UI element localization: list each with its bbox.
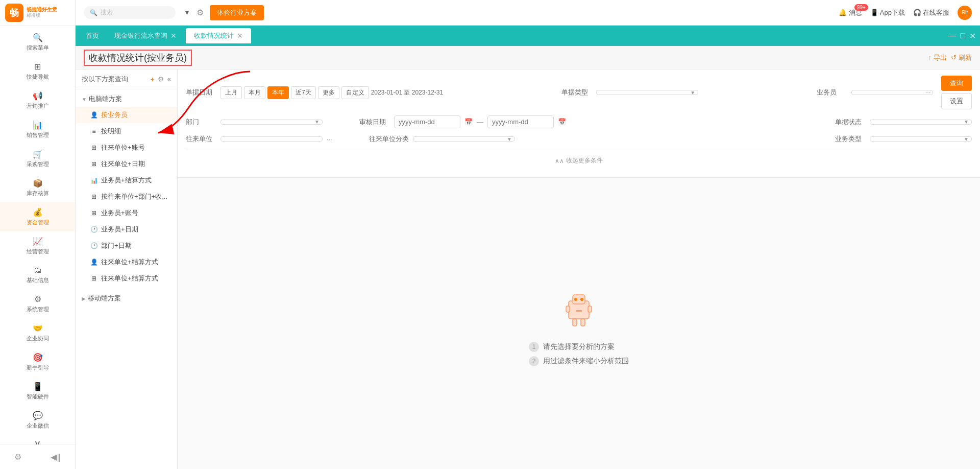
user-avatar[interactable]: Rit (958, 6, 972, 20)
custom-btn[interactable]: 自定义 (341, 86, 369, 99)
tab-home[interactable]: 首页 (80, 28, 105, 43)
scheme-collapse-btn[interactable]: « (167, 75, 171, 83)
window-close[interactable]: ✕ (969, 31, 976, 41)
topbar-search[interactable]: 🔍 搜索 (84, 6, 176, 19)
left-panel-header: 按以下方案查询 + ⚙ « (76, 69, 177, 89)
tab-close-bank[interactable]: ✕ (170, 32, 177, 40)
this-month-btn[interactable]: 本月 (244, 86, 265, 99)
tab-receipt[interactable]: 收款情况统计 ✕ (186, 28, 251, 43)
footer-settings-btn[interactable]: ⚙ (10, 450, 26, 464)
sidebar-footer: ⚙ ◀‖ (0, 444, 75, 469)
salesperson-select[interactable] (851, 90, 933, 95)
sidebar-item-sales[interactable]: 📊 销售管理 (0, 115, 75, 144)
last7-btn[interactable]: 近7天 (291, 86, 316, 99)
refresh-icon: ↺ (951, 54, 957, 61)
content-area: 按以下方案查询 + ⚙ « ▼ 电脑端方案 👤 按业务员 ≡ 按 (76, 69, 980, 469)
person-icon: 👤 (90, 111, 98, 119)
page-title: 收款情况统计(按业务员) (89, 53, 187, 63)
scheme-item-unit-settlement2[interactable]: ⊞ 往来单位+结算方式 (76, 270, 177, 287)
empty-step-2: 2 用过滤条件来缩小分析范围 (529, 356, 629, 366)
tab-bank[interactable]: 现金银行流水查询 ✕ (106, 28, 185, 43)
sidebar-item-quicknav[interactable]: ⊞ 快捷导航 (0, 57, 75, 86)
audit-date-from[interactable] (394, 115, 460, 128)
marketing-icon: 📢 (33, 91, 43, 101)
scheme-item-salesperson-account[interactable]: ⊞ 业务员+账号 (76, 205, 177, 221)
sidebar-item-basic[interactable]: 🗂 基础信息 (0, 261, 75, 289)
mobile-scheme-title[interactable]: ▶ 移动端方案 (76, 291, 177, 306)
scheme-item-dept-date[interactable]: 🕐 部门+日期 (76, 238, 177, 254)
svg-rect-4 (576, 310, 582, 312)
calendar-icon[interactable]: 📅 (464, 118, 473, 126)
topbar-gear-icon[interactable]: ⚙ (197, 8, 204, 17)
arrow-right-icon: ▶ (82, 296, 86, 301)
scheme-item-by-detail[interactable]: ≡ 按明细 (76, 123, 177, 139)
scheme-item-salesperson-date[interactable]: 🕐 业务员+日期 (76, 221, 177, 238)
notification-area[interactable]: 🔔 消息 99+ (839, 8, 862, 17)
footer-collapse-btn[interactable]: ◀‖ (46, 450, 65, 464)
settings-btn[interactable]: 设置 (941, 93, 972, 109)
voucher-status-select-wrapper: ▼ (870, 120, 972, 125)
calendar2-icon[interactable]: 📅 (558, 118, 566, 126)
collapse-row: ∧∧ 收起更多条件 (186, 150, 972, 171)
desktop-schemes: ▼ 电脑端方案 👤 按业务员 ≡ 按明细 ⊞ 往来单位+账号 ⊞ 往来单位 (76, 89, 177, 289)
voucher-status-select[interactable] (870, 120, 972, 125)
sidebar-item-inventory[interactable]: 📦 库存核算 (0, 173, 75, 202)
topbar-dropdown[interactable]: ▼ (184, 9, 190, 16)
sidebar-item-guide[interactable]: 🎯 新手引导 (0, 347, 75, 377)
query-btn[interactable]: 查询 (941, 76, 972, 91)
guide-icon: 🎯 (33, 353, 43, 362)
partner-input[interactable] (220, 136, 323, 142)
online-service[interactable]: 🎧 在线客服 (913, 8, 949, 17)
scheme-item-salesperson-settlement[interactable]: 📊 业务员+结算方式 (76, 172, 177, 189)
empty-state: 1 请先选择要分析的方案 2 用过滤条件来缩小分析范围 (178, 178, 980, 469)
scheme-item-unit-date[interactable]: ⊞ 往来单位+日期 (76, 156, 177, 172)
voucher-type-select[interactable] (596, 90, 698, 95)
sidebar-menu: 🔍 搜索菜单 ⊞ 快捷导航 📢 营销推广 📊 销售管理 🛒 采购管理 📦 库存核… (0, 26, 75, 444)
biz-type-select[interactable] (870, 136, 972, 142)
add-scheme-btn[interactable]: + (151, 75, 155, 83)
step-2-num: 2 (529, 356, 539, 366)
sidebar-item-search[interactable]: 🔍 搜索菜单 (0, 28, 75, 57)
window-maximize[interactable]: □ (960, 31, 965, 40)
dept-select[interactable] (220, 120, 323, 125)
sidebar-item-enterprise[interactable]: 🤝 企业协同 (0, 318, 75, 347)
collapse-btn[interactable]: ∧∧ 收起更多条件 (551, 154, 607, 167)
app-download[interactable]: 📱 App下载 (870, 8, 905, 17)
scheme-item-unit-settlement1[interactable]: 👤 往来单位+结算方式 (76, 254, 177, 270)
trial-btn[interactable]: 体验行业方案 (210, 5, 264, 20)
scheme-item-by-salesperson[interactable]: 👤 按业务员 (76, 107, 177, 123)
search-icon: 🔍 (90, 9, 97, 16)
svg-point-3 (580, 298, 583, 301)
sidebar-item-system[interactable]: ⚙ 系统管理 (0, 289, 75, 318)
page-header: 收款情况统计(按业务员) ↑ 导出 ↺ 刷新 (76, 46, 980, 69)
filter-row-2: 部门 ▼ 审核日期 📅 — 📅 (186, 115, 972, 128)
partner-classification-select[interactable] (413, 136, 515, 142)
dropdown-icon: ▼ (184, 9, 190, 16)
refresh-btn[interactable]: ↺ 刷新 (951, 53, 972, 62)
scheme-item-unit-dept-receipt[interactable]: ⊞ 按往来单位+部门+收... (76, 189, 177, 205)
sidebar-item-purchase[interactable]: 🛒 采购管理 (0, 144, 75, 173)
topbar: 🔍 搜索 ▼ ⚙ 体验行业方案 🔔 消息 99+ 📱 App下载 🎧 在线客服 … (76, 0, 980, 26)
sidebar-item-wechat[interactable]: 💬 企业微信 (0, 406, 75, 435)
sidebar-item-capital[interactable]: 💰 资金管理 (0, 202, 75, 231)
export-btn[interactable]: ↑ 导出 (928, 53, 947, 62)
last-month-btn[interactable]: 上月 (220, 86, 242, 99)
this-year-btn[interactable]: 本年 (267, 86, 289, 99)
wechat-icon: 💬 (33, 411, 43, 420)
sidebar-item-operation[interactable]: 📈 经营管理 (0, 231, 75, 261)
desktop-scheme-title[interactable]: ▼ 电脑端方案 (76, 91, 177, 107)
more-btn[interactable]: 更多 (318, 86, 339, 99)
date-selector: 上月 本月 本年 近7天 更多 自定义 2023-01-01 至 2023-12… (220, 86, 443, 99)
sidebar-item-hardware[interactable]: 📱 智能硬件 (0, 377, 75, 406)
table2-icon: ⊞ (90, 160, 98, 168)
voucher-status-filter: 单据状态 ▼ (835, 118, 972, 127)
audit-date-to[interactable] (487, 115, 554, 128)
tab-close-receipt[interactable]: ✕ (237, 32, 243, 40)
scheme-settings-btn[interactable]: ⚙ (158, 75, 164, 83)
ellipsis-icon[interactable]: ··· (327, 135, 332, 143)
sidebar-item-member[interactable]: V 畅会员 (0, 435, 75, 444)
window-controls: — □ ✕ (948, 31, 976, 41)
sidebar-item-marketing[interactable]: 📢 营销推广 (0, 86, 75, 115)
scheme-item-unit-account[interactable]: ⊞ 往来单位+账号 (76, 139, 177, 156)
window-minimize[interactable]: — (948, 31, 956, 40)
